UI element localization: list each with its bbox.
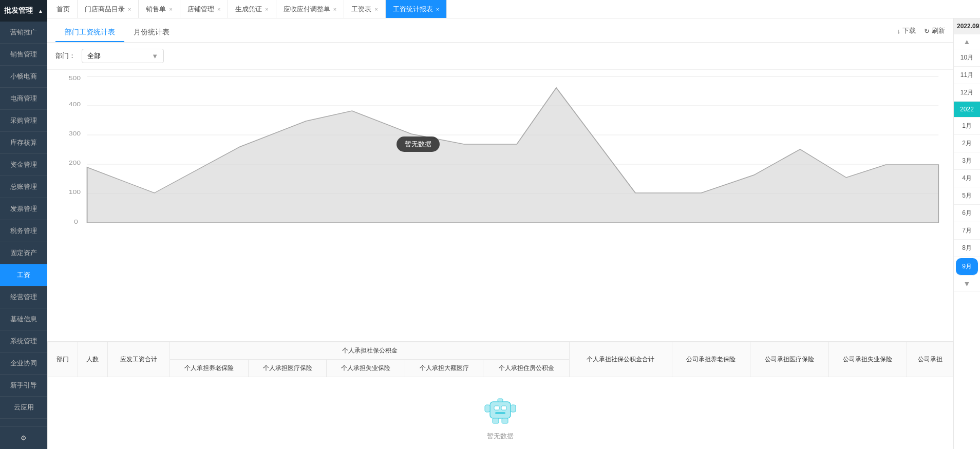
sidebar-item-新手引导[interactable]: 新手引导	[0, 375, 47, 397]
sidebar-item-工资[interactable]: 工资	[0, 264, 47, 286]
chart-svg: 0 100 200 300 400 500	[55, 75, 945, 229]
sidebar-item-小畅电商[interactable]: 小畅电商	[0, 66, 47, 88]
tab-close-icon[interactable]: ×	[169, 6, 172, 12]
date-nav-up[interactable]: ▲	[954, 34, 980, 49]
date-month-item[interactable]: 6月	[954, 205, 980, 222]
sidebar-item-总账管理[interactable]: 总账管理	[0, 176, 47, 198]
svg-text:100: 100	[69, 189, 81, 195]
tab-close-icon[interactable]: ×	[128, 6, 131, 12]
col-company-medical: 公司承担医疗保险	[750, 342, 828, 377]
sidebar-item-销售管理[interactable]: 销售管理	[0, 44, 47, 66]
sidebar-settings[interactable]: ⚙	[0, 426, 47, 449]
svg-text:500: 500	[69, 75, 81, 81]
col-dept: 部门	[48, 342, 78, 377]
date-month-item[interactable]: 8月	[954, 240, 980, 257]
tab-门店商品目录[interactable]: 门店商品目录×	[78, 0, 139, 18]
date-year-item[interactable]: 2022	[954, 102, 980, 118]
download-button[interactable]: ↓ 下载	[897, 26, 916, 35]
svg-rect-19	[511, 405, 516, 412]
table-section[interactable]: 部门 人数 应发工资合计 个人承担社保公积金 个人承担社保公积金合计 公司承担养…	[47, 341, 953, 449]
empty-row: 暂无数据	[48, 377, 953, 450]
tab-工资表[interactable]: 工资表×	[344, 0, 385, 18]
col-count: 人数	[78, 342, 108, 377]
download-icon: ↓	[897, 27, 901, 35]
tab-close-icon[interactable]: ×	[374, 6, 378, 12]
date-month-item[interactable]: 10月	[954, 49, 980, 67]
empty-robot-icon	[480, 392, 521, 427]
col-personal-medical: 个人承担医疗保险	[248, 360, 326, 377]
inner-tab-月份统计表[interactable]: 月份统计表	[124, 24, 179, 42]
sidebar-item-经营管理[interactable]: 经营管理	[0, 286, 47, 308]
sidebar-item-云应用[interactable]: 云应用	[0, 397, 47, 419]
tab-label: 生成凭证	[235, 5, 262, 14]
col-personal-pension: 个人承担养老保险	[170, 360, 248, 377]
data-table: 部门 人数 应发工资合计 个人承担社保公积金 个人承担社保公积金合计 公司承担养…	[47, 342, 953, 449]
sidebar-item-税务管理[interactable]: 税务管理	[0, 220, 47, 242]
dept-select[interactable]: 全部 ▼	[82, 49, 164, 63]
empty-state: 暂无数据	[53, 381, 948, 449]
tab-应收应付调整单[interactable]: 应收应付调整单×	[276, 0, 344, 18]
col-company-pension: 公司承担养老保险	[672, 342, 750, 377]
tab-close-icon[interactable]: ×	[217, 6, 220, 12]
tab-label: 门店商品目录	[85, 5, 125, 14]
tab-bar: 首页门店商品目录×销售单×店铺管理×生成凭证×应收应付调整单×工资表×工资统计报…	[47, 0, 980, 18]
col-personal-extra-medical: 个人承担大额医疗	[405, 360, 483, 377]
tab-销售单[interactable]: 销售单×	[139, 0, 180, 18]
sidebar-title: 批发管理	[4, 6, 33, 15]
sidebar-toggle-icon: ▲	[38, 8, 43, 14]
date-month-item[interactable]: 11月	[954, 67, 980, 84]
sidebar: 批发管理 ▲ 营销推广销售管理小畅电商电商管理采购管理库存核算资金管理总账管理发…	[0, 0, 47, 449]
tab-close-icon[interactable]: ×	[265, 6, 268, 12]
sidebar-item-系统管理[interactable]: 系统管理	[0, 330, 47, 353]
tab-首页[interactable]: 首页	[49, 0, 78, 18]
inner-tabs-actions: ↓ 下载 ↻ 刷新	[897, 26, 946, 40]
sidebar-item-营销推广[interactable]: 营销推广	[0, 22, 47, 44]
tab-工资统计报表[interactable]: 工资统计报表×	[386, 0, 447, 18]
sidebar-item-库存核算[interactable]: 库存核算	[0, 132, 47, 154]
tab-close-icon[interactable]: ×	[436, 6, 439, 12]
sidebar-item-资金管理[interactable]: 资金管理	[0, 154, 47, 176]
sidebar-item-固定资产[interactable]: 固定资产	[0, 242, 47, 264]
col-personal-total: 个人承担社保公积金合计	[570, 342, 672, 377]
tab-label: 工资统计报表	[393, 5, 433, 14]
tab-close-icon[interactable]: ×	[333, 6, 336, 12]
sidebar-item-企业协同[interactable]: 企业协同	[0, 353, 47, 375]
date-month-item[interactable]: 7月	[954, 222, 980, 240]
col-personal-social: 个人承担社保公积金	[170, 342, 570, 360]
svg-marker-12	[87, 88, 939, 223]
svg-rect-20	[493, 418, 499, 423]
dept-label: 部门：	[55, 51, 76, 61]
sidebar-item-电商管理[interactable]: 电商管理	[0, 88, 47, 110]
date-nav-down[interactable]: ▼	[954, 277, 980, 291]
date-panel-year-label: 2022.09 ×	[954, 18, 980, 34]
inner-tabs: 部门工资统计表月份统计表 ↓ 下载 ↻ 刷新	[47, 18, 953, 43]
tab-店铺管理[interactable]: 店铺管理×	[180, 0, 228, 18]
svg-text:0: 0	[74, 219, 78, 225]
chart-area: 0 100 200 300 400 500	[47, 70, 953, 341]
tab-label: 应收应付调整单	[284, 5, 330, 14]
date-month-item[interactable]: 5月	[954, 187, 980, 205]
dept-value: 全部	[87, 51, 101, 61]
date-month-item[interactable]: 12月	[954, 84, 980, 102]
date-month-item[interactable]: 1月	[954, 118, 980, 135]
date-active-month[interactable]: 9月	[956, 258, 978, 276]
inner-tab-部门工资统计表[interactable]: 部门工资统计表	[55, 24, 124, 42]
sidebar-item-基础信息[interactable]: 基础信息	[0, 308, 47, 330]
svg-rect-15	[501, 406, 506, 410]
date-month-item[interactable]: 3月	[954, 152, 980, 170]
tab-label: 店铺管理	[187, 5, 214, 14]
svg-rect-17	[498, 399, 503, 402]
svg-rect-16	[495, 412, 505, 414]
refresh-icon: ↻	[924, 27, 930, 35]
tab-生成凭证[interactable]: 生成凭证×	[228, 0, 276, 18]
toolbar: 部门： 全部 ▼	[47, 43, 953, 70]
date-month-item[interactable]: 4月	[954, 170, 980, 187]
refresh-button[interactable]: ↻ 刷新	[924, 26, 945, 35]
sidebar-item-发票管理[interactable]: 发票管理	[0, 198, 47, 220]
col-company-other: 公司承担	[907, 342, 953, 377]
col-personal-housing: 个人承担住房公积金	[483, 360, 570, 377]
col-salary: 应发工资合计	[108, 342, 170, 377]
date-month-item[interactable]: 2月	[954, 135, 980, 152]
sidebar-top[interactable]: 批发管理 ▲	[0, 0, 47, 22]
sidebar-item-采购管理[interactable]: 采购管理	[0, 110, 47, 132]
